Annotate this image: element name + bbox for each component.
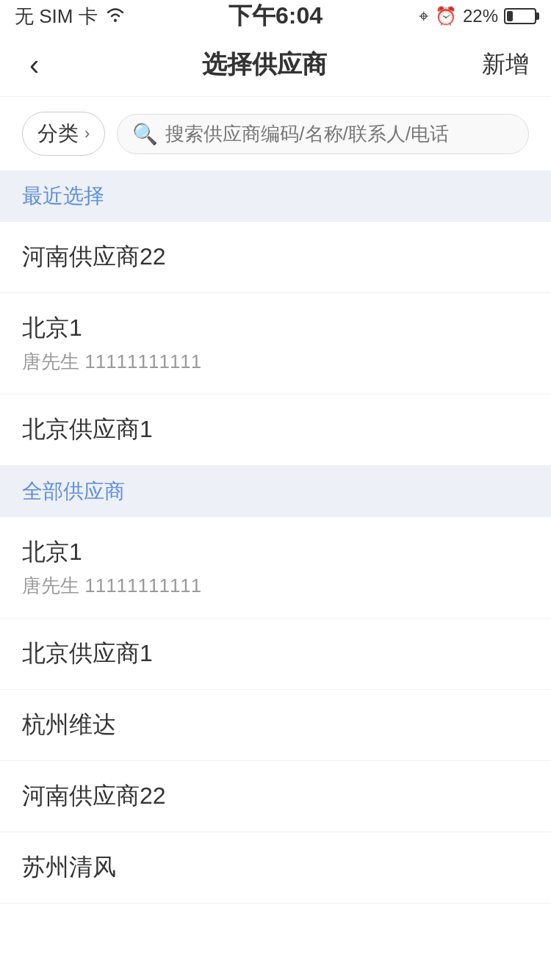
item-name: 杭州维达 (22, 709, 529, 741)
filter-bar: 分类 › 🔍 (0, 97, 551, 170)
list-item[interactable]: 杭州维达 (0, 690, 551, 761)
list-item[interactable]: 北京供应商1 (0, 394, 551, 466)
recent-section-label: 最近选择 (22, 184, 104, 207)
item-name: 北京1 (22, 536, 529, 569)
search-icon: 🔍 (132, 122, 158, 146)
item-sub: 唐先生 11111111111 (22, 349, 529, 375)
all-section-header: 全部供应商 (0, 466, 551, 517)
recent-list: 河南供应商22北京1唐先生 11111111111北京供应商1 (0, 222, 551, 466)
all-list: 北京1唐先生 11111111111北京供应商1杭州维达河南供应商22苏州清风 (0, 517, 551, 904)
status-bar: 无 SIM 卡 下午6:04 ⌖ ⏰ 22% (0, 0, 551, 32)
category-label: 分类 (37, 120, 79, 148)
no-sim-text: 无 SIM 卡 (15, 4, 98, 29)
status-time: 下午6:04 (228, 0, 323, 32)
nav-bar: ‹ 选择供应商 新增 (0, 32, 551, 97)
search-box[interactable]: 🔍 (117, 114, 529, 154)
location-icon: ⌖ (419, 6, 429, 26)
item-name: 河南供应商22 (22, 241, 529, 273)
item-sub: 唐先生 11111111111 (22, 573, 529, 599)
list-item[interactable]: 北京1唐先生 11111111111 (0, 293, 551, 394)
all-section-label: 全部供应商 (22, 480, 125, 502)
battery-icon (504, 8, 536, 24)
item-name: 河南供应商22 (22, 780, 529, 813)
list-item[interactable]: 北京供应商1 (0, 619, 551, 690)
battery-percent: 22% (463, 6, 498, 26)
list-item[interactable]: 北京1唐先生 11111111111 (0, 517, 551, 619)
status-left: 无 SIM 卡 (15, 4, 126, 29)
alarm-icon: ⏰ (435, 6, 457, 26)
search-input[interactable] (165, 123, 514, 145)
svg-point-0 (114, 19, 117, 22)
list-item[interactable]: 河南供应商22 (0, 222, 551, 293)
list-item[interactable]: 苏州清风 (0, 832, 551, 904)
item-name: 苏州清风 (22, 851, 529, 884)
item-name: 北京供应商1 (22, 638, 529, 670)
status-right: ⌖ ⏰ 22% (419, 6, 536, 26)
item-name: 北京1 (22, 312, 529, 345)
item-name: 北京供应商1 (22, 414, 529, 446)
wifi-icon (105, 5, 126, 28)
list-item[interactable]: 河南供应商22 (0, 761, 551, 832)
add-button[interactable]: 新增 (482, 48, 529, 81)
chevron-right-icon: › (84, 124, 90, 143)
recent-section-header: 最近选择 (0, 170, 551, 222)
category-filter[interactable]: 分类 › (22, 112, 105, 156)
page-title: 选择供应商 (202, 48, 327, 82)
back-button[interactable]: ‹ (22, 43, 46, 87)
